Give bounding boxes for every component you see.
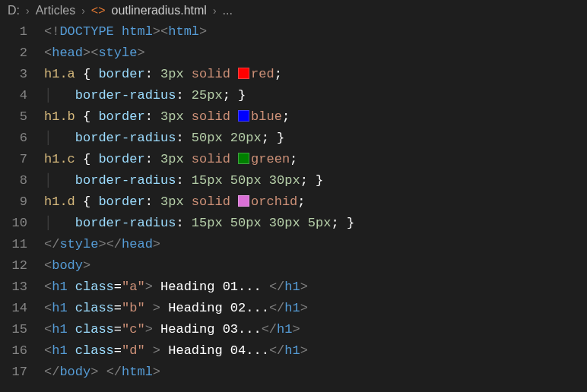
property: border [98,194,144,209]
breadcrumb-drive[interactable]: D: [8,4,20,17]
line-number: 9 [0,191,27,213]
line-number: 16 [0,340,27,362]
selector: h1.a [44,67,75,81]
breadcrumb-file[interactable]: outlineradius.html [111,4,206,17]
token: = [114,322,122,337]
token: head [52,46,83,60]
token: < [44,343,52,358]
token [230,194,238,209]
attr-value: "a" [122,280,145,294]
color-swatch-red[interactable] [238,68,249,79]
code-line[interactable]: h1.b { border: 3px solid blue; [44,106,587,128]
selector: h1.d [44,194,75,209]
breadcrumb-more[interactable]: ... [223,4,233,17]
line-number: 6 [0,128,27,149]
token [184,109,192,124]
token: h1 [277,322,292,337]
token: > [90,365,98,379]
code-content[interactable]: <!DOCTYPE html><html> <head><style> h1.a… [44,21,587,383]
token [230,109,238,124]
line-number: 15 [0,319,27,340]
line-number: 1 [0,21,27,43]
attr-value: "d" [122,343,145,358]
code-line[interactable]: </style></head> [44,234,587,255]
value: solid [192,194,230,209]
property: border-radius [75,88,176,103]
line-number: 10 [0,213,27,234]
token [230,152,238,166]
token: ; [282,109,290,124]
token: </ [106,365,122,379]
value: 50px 20px [192,131,262,145]
color-swatch-green[interactable] [238,153,249,164]
breadcrumb-folder[interactable]: Articles [36,4,75,17]
token: ; [331,216,346,230]
code-line[interactable]: │ border-radius: 25px; } [44,85,587,106]
indent-guide: │ [44,131,75,145]
token [75,67,83,81]
token: > [145,280,153,294]
value: green [251,152,290,166]
token: ; [274,67,282,81]
color-swatch-orchid[interactable] [238,195,249,207]
token [68,343,75,358]
code-line[interactable]: <h1 class="c"> Heading 03...</h1> [44,319,587,340]
token [184,152,192,166]
token [75,152,83,166]
property: border [98,109,144,124]
attr: class [75,343,114,358]
code-line[interactable]: </body> </html> [44,362,587,383]
token: style [98,46,137,60]
token: > [137,46,144,60]
code-line[interactable]: <body> [44,255,587,277]
token: > [83,258,90,273]
token: body [52,258,83,273]
value: red [251,67,274,81]
code-line[interactable]: <h1 class="b" > Heading 02...</h1> [44,298,587,319]
code-line[interactable]: h1.a { border: 3px solid red; [44,64,587,85]
token: > [300,280,308,294]
value: solid [192,109,230,124]
property: border [98,67,144,81]
token: body [59,365,90,379]
line-number: 8 [0,170,27,191]
code-line[interactable]: <h1 class="a"> Heading 01... </h1> [44,277,587,298]
token: } [238,88,246,103]
token: DOCTYPE [59,24,113,39]
breadcrumb[interactable]: D: › Articles › <> outlineradius.html › … [0,0,587,20]
line-number: 4 [0,85,27,106]
code-line[interactable]: h1.d { border: 3px solid orchid; [44,191,587,213]
code-line[interactable]: <head><style> [44,43,587,64]
token: h1 [52,322,67,337]
token: < [160,24,168,39]
code-line[interactable]: h1.c { border: 3px solid green; [44,149,587,170]
token: : [145,67,160,81]
code-line[interactable]: │ border-radius: 15px 50px 30px; } [44,170,587,191]
value: solid [192,67,230,81]
code-editor[interactable]: 1 2 3 4 5 6 7 8 9 10 11 12 13 14 15 16 1… [0,20,587,383]
token: } [316,173,323,188]
token [145,343,153,358]
code-line[interactable]: <!DOCTYPE html><html> [44,21,587,43]
token: </ [269,280,284,294]
color-swatch-blue[interactable] [238,110,249,122]
value: 25px [192,88,223,103]
token: > [98,237,106,251]
indent-guide: │ [44,88,75,103]
token: </ [269,343,284,358]
value: orchid [251,194,297,209]
token: < [44,46,52,60]
value: blue [251,109,282,124]
token: h1 [284,280,300,294]
line-number: 7 [0,149,27,170]
selector: h1.c [44,152,75,166]
token: </ [44,365,59,379]
token: html [122,24,153,39]
line-number-gutter: 1 2 3 4 5 6 7 8 9 10 11 12 13 14 15 16 1… [0,21,44,383]
html-file-icon: <> [91,4,106,17]
code-line[interactable]: │ border-radius: 15px 50px 30px 5px; } [44,213,587,234]
code-line[interactable]: │ border-radius: 50px 20px; } [44,128,587,149]
token: : [145,152,160,166]
token: < [90,46,98,60]
code-line[interactable]: <h1 class="d" > Heading 04...</h1> [44,340,587,362]
